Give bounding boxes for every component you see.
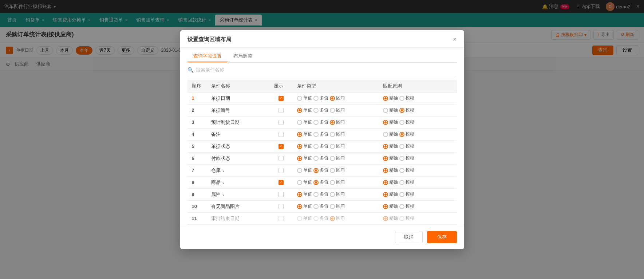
modal-search: 🔍 [187, 67, 457, 71]
modal-body: 查询字段设置 布局调整 🔍 顺序 条件名称 显示 [180, 48, 464, 71]
modal-tabs: 查询字段设置 布局调整 [187, 48, 457, 63]
modal-overlay: 设置查询区域布局 × 查询字段设置 布局调整 🔍 [0, 0, 644, 71]
search-input[interactable] [196, 67, 269, 71]
tab-field-settings[interactable]: 查询字段设置 [187, 51, 228, 62]
search-icon: 🔍 [187, 67, 194, 71]
modal-close-button[interactable]: × [453, 36, 457, 43]
tab-layout-adjust[interactable]: 布局调整 [228, 51, 258, 62]
tab-layout-adjust-label: 布局调整 [233, 53, 252, 59]
tab-field-settings-label: 查询字段设置 [193, 53, 222, 59]
modal-title: 设置查询区域布局 [187, 36, 231, 43]
settings-modal: 设置查询区域布局 × 查询字段设置 布局调整 🔍 [180, 30, 464, 71]
modal-header: 设置查询区域布局 × [180, 30, 464, 48]
